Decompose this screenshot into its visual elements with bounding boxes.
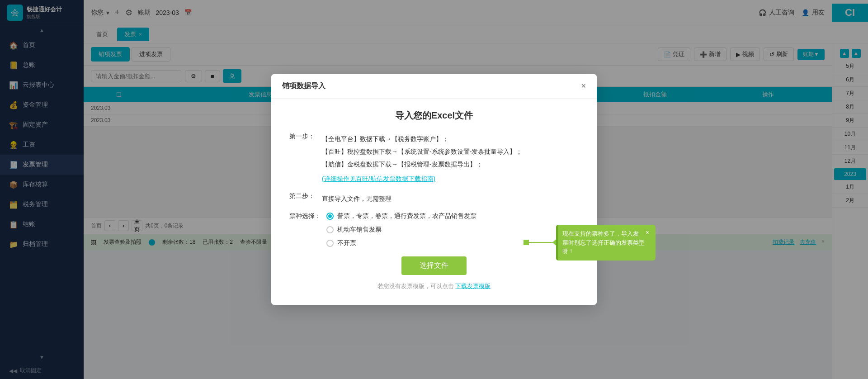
radio-circle-2	[326, 226, 334, 233]
modal-close-btn[interactable]: ×	[581, 81, 586, 91]
radio-label-1: 普票，专票，卷票，通行费发票，农产品销售发票	[337, 212, 476, 220]
ticket-selection-row: 票种选择： 普票，专票，卷票，通行费发票，农产品销售发票 机动车销售发票 不开票	[289, 212, 579, 247]
step1-row: 第一步： 【全电平台】数据下载→【税务数字账户】； 【百旺】税控盘数据下载→【系…	[289, 133, 579, 185]
modal-main-title: 导入您的Excel文件	[289, 109, 579, 122]
radio-circle-3	[326, 240, 334, 247]
tooltip-dot	[524, 240, 529, 245]
step1-line-3: 【航信】金税盘数据下载→【报税管理-发票数据导出】；	[322, 158, 522, 171]
radio-item-3[interactable]: 不开票	[326, 239, 476, 247]
step2-row: 第二步： 直接导入文件，无需整理	[289, 192, 579, 205]
step1-label: 第一步：	[289, 133, 316, 185]
tooltip-line	[529, 242, 556, 243]
tooltip-bubble: × 现在支持的票种多了，导入发票时别忘了选择正确的发票类型呀！	[556, 225, 656, 261]
step1-line-1: 【全电平台】数据下载→【税务数字账户】；	[322, 133, 522, 145]
select-file-btn[interactable]: 选择文件	[401, 256, 467, 275]
radio-label-3: 不开票	[337, 239, 356, 247]
tooltip-text: 现在支持的票种多了，导入发票时别忘了选择正确的发票类型呀！	[562, 230, 645, 255]
step1-line-2: 【百旺】税控盘数据下载→【系统设置-系统参数设置-发票批量导入】；	[322, 145, 522, 158]
ticket-label: 票种选择：	[289, 212, 321, 220]
step1-guide-link[interactable]: (详细操作见百旺/航信发票数据下载指南)	[322, 175, 435, 182]
radio-item-1[interactable]: 普票，专票，卷票，通行费发票，农产品销售发票	[326, 212, 476, 220]
tooltip-arrow	[552, 239, 556, 246]
modal-header: 销项数据导入 ×	[271, 74, 597, 99]
download-template-link[interactable]: 下载发票模版	[455, 283, 491, 289]
modal-title: 销项数据导入	[282, 81, 326, 91]
step2-content: 直接导入文件，无需整理	[322, 192, 392, 205]
modal-body: 导入您的Excel文件 第一步： 【全电平台】数据下载→【税务数字账户】； 【百…	[271, 99, 597, 305]
tooltip-close-btn[interactable]: ×	[646, 229, 649, 236]
modal-footer-note: 若您没有发票模版，可以点击 下载发票模版	[289, 282, 579, 290]
radio-label-2: 机动车销售发票	[337, 226, 382, 234]
import-modal: 销项数据导入 × 导入您的Excel文件 第一步： 【全电平台】数据下载→【税务…	[271, 74, 597, 305]
radio-group: 普票，专票，卷票，通行费发票，农产品销售发票 机动车销售发票 不开票	[326, 212, 476, 247]
radio-circle-1	[326, 213, 334, 220]
tooltip-bar	[556, 225, 558, 261]
step2-label: 第二步：	[289, 192, 316, 205]
step1-content: 【全电平台】数据下载→【税务数字账户】； 【百旺】税控盘数据下载→【系统设置-系…	[322, 133, 522, 185]
step1-link-row: (详细操作见百旺/航信发票数据下载指南)	[322, 172, 522, 185]
tooltip-connector: × 现在支持的票种多了，导入发票时别忘了选择正确的发票类型呀！	[524, 225, 656, 261]
radio-item-2[interactable]: 机动车销售发票	[326, 226, 476, 234]
